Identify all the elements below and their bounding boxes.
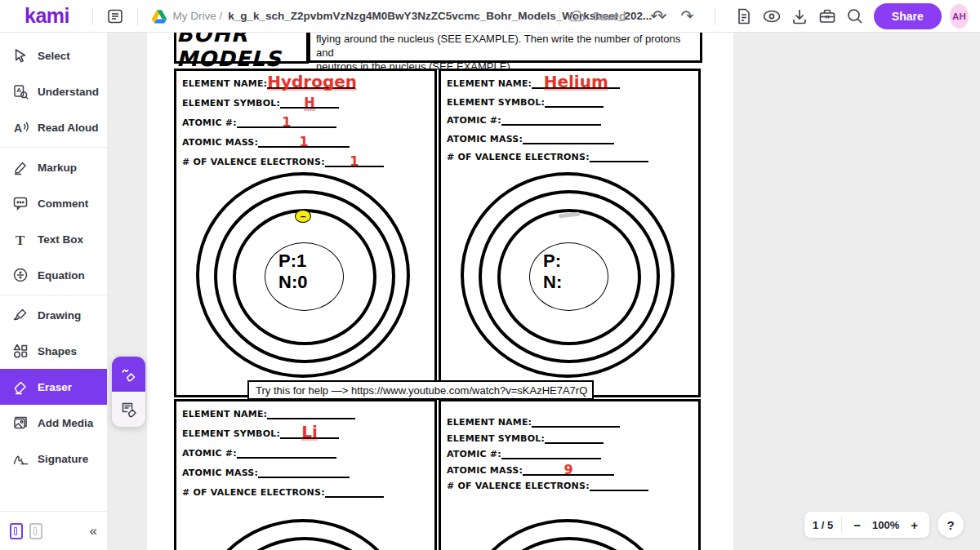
highlighter-icon bbox=[11, 158, 29, 176]
sidebar-item-markup[interactable]: Markup bbox=[0, 149, 107, 185]
answer-line[interactable] bbox=[532, 415, 620, 428]
field-valence-electrons: # OF VALENCE ELECTRONS: bbox=[447, 149, 688, 162]
avatar[interactable]: AH bbox=[950, 4, 969, 29]
sidebar-item-equation[interactable]: Equation bbox=[0, 257, 107, 293]
svg-text:T: T bbox=[16, 233, 25, 248]
field-element-symbol: ELEMENT SYMBOL: bbox=[447, 431, 688, 444]
page-zoom-controls: 1 / 5 − 100% + bbox=[804, 512, 929, 538]
field-valence-electrons: # OF VALENCE ELECTRONS: bbox=[182, 485, 425, 498]
redo-button[interactable]: ↷ bbox=[678, 7, 697, 25]
answer-line[interactable] bbox=[590, 149, 648, 162]
electron-dot[interactable]: – bbox=[295, 210, 311, 223]
bohr-diagram-bottom-left[interactable] bbox=[194, 517, 415, 550]
sidebar-item-comment[interactable]: Comment bbox=[0, 185, 107, 221]
sidebar-item-drawing[interactable]: Drawing bbox=[0, 297, 107, 333]
help-link-text[interactable]: Try this for help —> https://www.youtube… bbox=[256, 384, 587, 397]
eraser-icon bbox=[11, 378, 29, 396]
sidebar-item-label: Read Aloud bbox=[38, 122, 99, 134]
shapes-icon bbox=[11, 342, 29, 360]
zoom-level[interactable]: 100% bbox=[872, 519, 899, 531]
collapse-sidebar-button[interactable]: « bbox=[90, 523, 97, 539]
answer-line[interactable]: 1 bbox=[237, 115, 336, 128]
field-element-symbol: ELEMENT SYMBOL: Li bbox=[182, 426, 425, 439]
comment-bubble-icon bbox=[11, 194, 29, 212]
field-element-symbol: ELEMENT SYMBOL: bbox=[447, 95, 688, 108]
answer-line[interactable] bbox=[590, 478, 648, 491]
field-valence-electrons: # OF VALENCE ELECTRONS: bbox=[447, 478, 688, 491]
view-eye-icon[interactable] bbox=[758, 2, 786, 30]
ink-annotation[interactable]: Hydrogen bbox=[267, 76, 357, 91]
answer-line[interactable] bbox=[501, 446, 601, 459]
field-atomic-mass: ATOMIC MASS: 1 bbox=[182, 135, 425, 148]
sidebar-item-text-box[interactable]: T Text Box bbox=[0, 221, 107, 257]
erase-annotation-button[interactable] bbox=[112, 392, 145, 427]
ink-annotation[interactable]: Li bbox=[301, 426, 318, 441]
sidebar-item-shapes[interactable]: Shapes bbox=[0, 333, 107, 369]
outline-menu-icon[interactable] bbox=[101, 2, 129, 30]
zoom-out-button[interactable]: − bbox=[850, 518, 864, 532]
answer-line[interactable] bbox=[325, 485, 384, 498]
document-pages-icon[interactable] bbox=[730, 2, 758, 30]
download-icon[interactable] bbox=[786, 2, 813, 30]
sidebar-item-label: Signature bbox=[38, 453, 88, 465]
top-toolbar: kami My Drive / k_g_k_sch_Z2pvbmVzNzg4M0… bbox=[0, 0, 980, 33]
pdf-page[interactable]: BOHR MODELS flying around the nucleus (S… bbox=[147, 33, 733, 550]
answer-line[interactable] bbox=[267, 406, 355, 419]
zoom-in-button[interactable]: + bbox=[907, 518, 921, 532]
answer-line[interactable]: Li bbox=[280, 426, 339, 439]
document-canvas[interactable]: BOHR MODELS flying around the nucleus (S… bbox=[108, 33, 980, 550]
sidebar-item-label: Add Media bbox=[38, 417, 93, 429]
ink-annotation[interactable]: 9 bbox=[564, 464, 573, 476]
answer-line[interactable]: H bbox=[280, 95, 339, 109]
answer-line[interactable] bbox=[545, 95, 604, 108]
field-element-name: ELEMENT NAME: bbox=[182, 406, 425, 419]
help-button[interactable]: ? bbox=[938, 512, 964, 538]
toolbox-icon[interactable] bbox=[813, 2, 841, 30]
answer-line[interactable] bbox=[501, 113, 601, 126]
answer-line[interactable]: Helium bbox=[532, 76, 620, 89]
ink-annotation[interactable]: Helium bbox=[544, 76, 608, 91]
field-atomic-mass: ATOMIC MASS: bbox=[182, 465, 425, 478]
divider bbox=[0, 295, 107, 295]
answer-line[interactable] bbox=[523, 131, 614, 144]
ink-annotation[interactable]: 1 bbox=[300, 136, 309, 148]
bohr-diagram-hydrogen[interactable]: P:1N:0 – bbox=[194, 171, 415, 383]
cloud-check-icon bbox=[568, 10, 586, 23]
bohr-diagram-helium[interactable]: P:N: bbox=[459, 171, 679, 383]
erase-stroke-button[interactable] bbox=[112, 357, 145, 392]
double-page-view-icon[interactable] bbox=[29, 523, 42, 539]
sidebar-item-signature[interactable]: Signature bbox=[0, 441, 107, 477]
read-aloud-icon: A bbox=[11, 118, 29, 136]
divider bbox=[92, 7, 93, 25]
single-page-view-icon[interactable] bbox=[10, 523, 23, 539]
sidebar-item-select[interactable]: Select bbox=[0, 38, 107, 73]
answer-line[interactable] bbox=[545, 431, 604, 444]
sidebar-item-understand[interactable]: A Understand bbox=[0, 73, 107, 109]
answer-line[interactable]: Hydrogen bbox=[267, 76, 355, 89]
share-button[interactable]: Share bbox=[874, 3, 942, 29]
answer-line[interactable]: 1 bbox=[258, 135, 350, 148]
element-panel-hydrogen: ELEMENT NAME: Hydrogen ELEMENT SYMBOL: H… bbox=[174, 69, 437, 397]
answer-line[interactable] bbox=[258, 465, 350, 478]
answer-line[interactable] bbox=[237, 446, 336, 459]
bohr-diagram-bottom-right[interactable] bbox=[459, 517, 679, 550]
sidebar-item-label: Markup bbox=[38, 162, 77, 174]
search-icon[interactable] bbox=[841, 2, 869, 30]
ink-annotation[interactable]: H bbox=[304, 97, 314, 111]
page-indicator[interactable]: 1 / 5 bbox=[813, 519, 833, 531]
field-element-name: ELEMENT NAME: bbox=[447, 415, 688, 428]
field-atomic-number: ATOMIC #: bbox=[447, 446, 688, 459]
signature-icon bbox=[11, 450, 29, 468]
breadcrumb[interactable]: My Drive / k_g_k_sch_Z2pvbmVzNzg4M0BwY3N… bbox=[151, 9, 552, 24]
ink-annotation[interactable]: 1 bbox=[282, 117, 291, 128]
answer-line[interactable]: 1 bbox=[325, 154, 384, 167]
undo-button[interactable]: ↶ bbox=[647, 7, 666, 25]
ink-annotation[interactable]: 1 bbox=[350, 156, 359, 167]
sidebar-item-add-media[interactable]: Add Media bbox=[0, 405, 107, 441]
field-atomic-number: ATOMIC #: 1 bbox=[182, 115, 425, 128]
sidebar-item-label: Equation bbox=[38, 269, 85, 282]
sidebar-item-eraser[interactable]: Eraser bbox=[0, 369, 107, 405]
answer-line[interactable]: 9 bbox=[523, 463, 614, 476]
help-link-bar[interactable]: Try this for help —> https://www.youtube… bbox=[247, 380, 594, 400]
sidebar-item-read-aloud[interactable]: A Read Aloud bbox=[0, 109, 107, 145]
